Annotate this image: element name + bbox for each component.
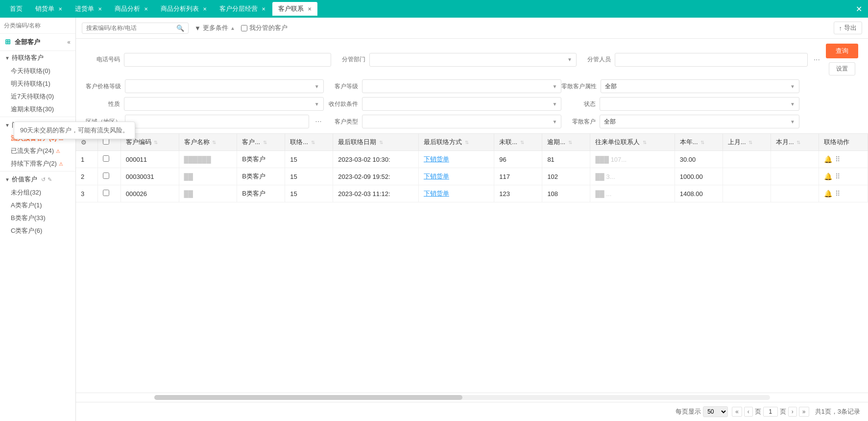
sidebar-item-lost[interactable]: 已流失客户(24) ⚠	[0, 145, 75, 157]
sort-code-icon[interactable]: ⇅	[154, 140, 158, 145]
row-last-method-link[interactable]: 下销货单	[424, 155, 449, 163]
close-analysis-icon[interactable]: ✕	[144, 6, 148, 12]
current-page-input[interactable]	[763, 407, 778, 417]
sidebar-section-value[interactable]: ▼ 价值客户 ↺ ✎	[0, 173, 75, 186]
row-this-year: 30.00	[675, 151, 723, 168]
manager-more-icon[interactable]: ···	[812, 55, 822, 64]
filter-cell-cust-level: 客户等级 ▼	[324, 79, 562, 93]
row-select-checkbox[interactable]	[103, 155, 109, 162]
nav-item-analysis[interactable]: 商品分析 ✕	[109, 2, 154, 16]
sort-this-year-icon[interactable]: ⇅	[700, 140, 704, 145]
nature-select[interactable]: ▼	[124, 97, 324, 111]
nav-item-home[interactable]: 首页	[4, 2, 28, 16]
sidebar-item-declining[interactable]: 持续下滑客户(2) ⚠	[0, 157, 75, 170]
col-last-date-label: 最后联络日期	[338, 138, 376, 146]
manager-select[interactable]	[615, 53, 808, 67]
last-page-button[interactable]: »	[799, 407, 809, 417]
page-size-select[interactable]: 50 100	[703, 406, 728, 417]
export-button[interactable]: ↑ 导出	[834, 22, 863, 34]
row-checkbox[interactable]	[98, 151, 121, 168]
close-sales-icon[interactable]: ✕	[58, 6, 62, 12]
close-customer-contact-icon[interactable]: ✕	[308, 6, 312, 12]
row-action-more-icon[interactable]: ⠿	[835, 173, 840, 180]
sort-last-date-icon[interactable]: ⇅	[379, 140, 383, 145]
edit-icon[interactable]: ✎	[48, 176, 52, 183]
sort-overdue-icon[interactable]: ⇅	[568, 140, 572, 145]
nav-item-customer-layered[interactable]: 客户分层经营 ✕	[214, 2, 271, 16]
sidebar-all-customers[interactable]: ⊞ 全部客户 «	[0, 34, 75, 51]
close-all-button[interactable]: ✕	[854, 2, 864, 16]
sidebar-item-a-class[interactable]: A类客户(1)	[0, 199, 75, 212]
nav-item-purchase[interactable]: 进货单 ✕	[69, 2, 108, 16]
close-customer-layered-icon[interactable]: ✕	[262, 6, 265, 12]
sidebar-item-week[interactable]: 近7天待联络(0)	[0, 90, 75, 103]
region-more-icon[interactable]: ···	[313, 117, 323, 126]
collapse-sidebar-icon[interactable]: «	[67, 39, 71, 46]
first-page-button[interactable]: «	[732, 407, 742, 417]
phone-input[interactable]	[124, 53, 331, 67]
row-checkbox[interactable]	[98, 185, 121, 202]
sort-contact-icon[interactable]: ⇅	[311, 140, 315, 145]
sidebar-item-c-class[interactable]: C类客户(6)	[0, 224, 75, 237]
sort-this-month-icon[interactable]: ⇅	[796, 140, 800, 145]
sort-name-icon[interactable]: ⇅	[212, 140, 216, 145]
cust-type-select[interactable]: ▼	[362, 115, 562, 128]
sort-contact2-icon[interactable]: ⇅	[643, 140, 647, 145]
close-analysis-list-icon[interactable]: ✕	[203, 6, 207, 12]
status-select[interactable]: ▼	[600, 97, 799, 111]
total-info: 共1页，3条记录	[815, 407, 860, 416]
row-checkbox[interactable]	[98, 168, 121, 185]
row-action-more-icon[interactable]: ⠿	[835, 190, 840, 198]
payment-select[interactable]: ▼	[362, 97, 562, 111]
settings-col-icon[interactable]: ⚙	[81, 139, 87, 146]
col-name: 客户名称 ⇅	[179, 134, 237, 151]
pagination-bar: 每页显示 50 100 « ‹ 页 页 › » 共1页，3条记录	[76, 402, 868, 421]
region-select[interactable]	[125, 115, 309, 128]
row-last-method-link[interactable]: 下销货单	[424, 173, 449, 180]
settings-button[interactable]: 设置	[829, 62, 855, 75]
scrollbar-thumb[interactable]	[154, 395, 462, 400]
nav-item-customer-contact[interactable]: 客户联系 ✕	[272, 2, 317, 16]
prev-page-button[interactable]: ‹	[744, 407, 753, 417]
sort-last-month-icon[interactable]: ⇅	[748, 140, 752, 145]
sort-uncontacted-icon[interactable]: ⇅	[520, 140, 524, 145]
horizontal-scrollbar[interactable]	[154, 395, 770, 400]
refresh-icon[interactable]: ↺	[41, 176, 46, 183]
sidebar-item-tomorrow[interactable]: 明天待联络(1)	[0, 77, 75, 90]
row-action-contact-icon[interactable]: 🔔	[824, 173, 832, 180]
row-action-contact-icon[interactable]: 🔔	[824, 155, 832, 163]
search-input[interactable]	[86, 25, 174, 31]
close-purchase-icon[interactable]: ✕	[98, 6, 102, 12]
retail-attr-select[interactable]: 全部 ▼	[601, 79, 799, 93]
more-conditions-btn[interactable]: ▼ 更多条件 ▲	[194, 24, 235, 32]
row-action-more-icon[interactable]: ⠿	[835, 155, 840, 163]
sidebar-item-ungroup[interactable]: 未分组(32)	[0, 186, 75, 199]
next-page-button[interactable]: ›	[788, 407, 797, 417]
sidebar-item-b-class[interactable]: B类客户(33)	[0, 212, 75, 224]
filter-search-icon[interactable]: 🔍	[176, 25, 184, 32]
nav-item-analysis-list[interactable]: 商品分析列表 ✕	[155, 2, 213, 16]
sort-last-method-icon[interactable]: ⇅	[465, 140, 469, 145]
query-button[interactable]: 查询	[826, 44, 858, 58]
sidebar-section-pending[interactable]: ▼ 待联络客户	[0, 51, 75, 65]
sidebar-item-today[interactable]: 今天待联络(0)	[0, 65, 75, 77]
sidebar-item-overdue[interactable]: 逾期未联络(30)	[0, 103, 75, 116]
retail-select[interactable]: 全部 ▼	[600, 115, 799, 128]
sort-type-icon[interactable]: ⇅	[263, 140, 267, 145]
nav-item-sales[interactable]: 销货单 ✕	[29, 2, 68, 16]
price-level-select[interactable]: ▼	[125, 79, 324, 93]
row-last-method[interactable]: 下销货单	[418, 185, 494, 202]
dept-select[interactable]: ▼	[369, 53, 577, 67]
row-last-method-link[interactable]: 下销货单	[424, 190, 449, 197]
row-action-contact-icon[interactable]: 🔔	[824, 190, 832, 198]
sidebar-search-input[interactable]	[4, 22, 76, 29]
row-select-checkbox[interactable]	[103, 173, 109, 179]
row-last-method[interactable]: 下销货单	[418, 151, 494, 168]
cust-level-select[interactable]: ▼	[362, 79, 562, 93]
row-select-checkbox[interactable]	[103, 190, 109, 196]
row-last-method[interactable]: 下销货单	[418, 168, 494, 185]
col-last-date: 最后联络日期 ⇅	[333, 134, 419, 151]
cust-level-label: 客户等级	[324, 82, 358, 91]
my-customers-checkbox[interactable]	[241, 25, 247, 31]
row-this-month	[771, 168, 819, 185]
